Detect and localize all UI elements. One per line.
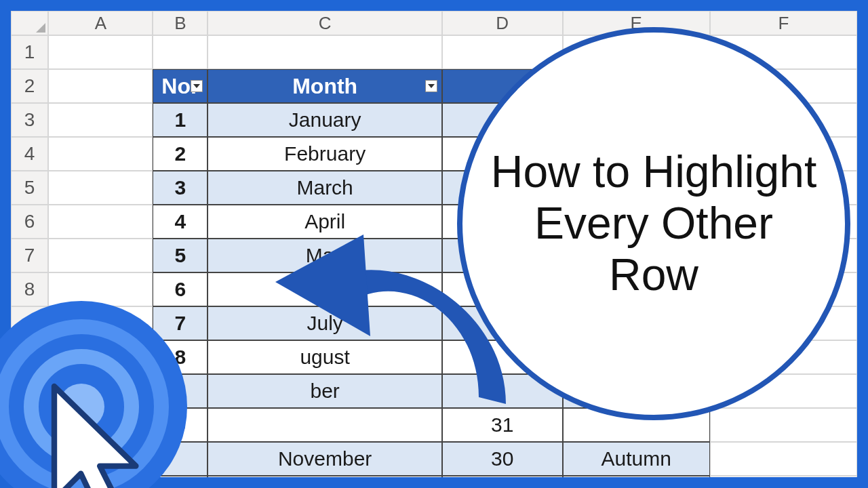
row-header[interactable]: 4 — [11, 137, 48, 171]
cell-month[interactable]: November — [208, 442, 441, 476]
cell-month[interactable]: ugust — [208, 340, 441, 374]
cell[interactable] — [208, 35, 441, 69]
cell-days[interactable]: 31 — [442, 476, 563, 477]
brand-cursor-logo-icon — [0, 298, 190, 488]
column-header-row: A B C D E F — [11, 11, 857, 35]
cell-month[interactable]: January — [208, 103, 441, 137]
table-header-month[interactable]: Month — [208, 69, 441, 103]
filter-icon[interactable] — [191, 80, 203, 92]
cell-no[interactable]: 1 — [153, 103, 208, 137]
cell[interactable] — [710, 408, 857, 442]
cell-no[interactable]: 4 — [153, 205, 208, 239]
table-header-no[interactable]: No. — [153, 69, 208, 103]
cell-month[interactable] — [208, 408, 441, 442]
cell-month[interactable]: ber — [208, 374, 441, 408]
col-header-B[interactable]: B — [153, 11, 208, 35]
cell[interactable] — [48, 137, 153, 171]
row-header[interactable]: 7 — [11, 239, 48, 272]
col-header-F[interactable]: F — [710, 11, 857, 35]
callout-text: How to Highlight Every Other Row — [462, 146, 845, 301]
title-callout: How to Highlight Every Other Row — [457, 27, 850, 420]
cell-month[interactable]: April — [208, 205, 441, 239]
cell-month[interactable]: May — [208, 239, 441, 272]
cell-season[interactable]: Autumn — [563, 442, 710, 476]
row-header[interactable]: 6 — [11, 205, 48, 239]
cell[interactable] — [48, 35, 153, 69]
cell-month[interactable]: February — [208, 137, 441, 171]
cell-month[interactable]: June — [208, 272, 441, 306]
cell-month[interactable]: December — [208, 476, 441, 477]
cell[interactable] — [48, 103, 153, 137]
col-header-A[interactable]: A — [48, 11, 153, 35]
cell[interactable] — [48, 69, 153, 103]
row-header[interactable]: 1 — [11, 35, 48, 69]
cell[interactable] — [48, 239, 153, 272]
cell-no[interactable]: 3 — [153, 171, 208, 205]
row-header[interactable]: 3 — [11, 103, 48, 137]
row-header[interactable]: 5 — [11, 171, 48, 205]
thumbnail-frame: A B C D E F 1 2 No — [0, 0, 868, 488]
cell-days[interactable]: 30 — [442, 442, 563, 476]
cell[interactable] — [48, 205, 153, 239]
select-all-corner[interactable] — [11, 11, 48, 35]
cell-season[interactable]: Winter — [563, 476, 710, 477]
cell-month[interactable]: July — [208, 306, 441, 340]
cell[interactable] — [48, 171, 153, 205]
filter-icon[interactable] — [425, 80, 437, 92]
cell-month[interactable]: March — [208, 171, 441, 205]
cell[interactable] — [153, 35, 208, 69]
cell-no[interactable]: 2 — [153, 137, 208, 171]
row-header[interactable]: 2 — [11, 69, 48, 103]
col-header-D[interactable]: D — [442, 11, 563, 35]
label: Month — [292, 74, 357, 99]
cell-days[interactable]: 31 — [442, 408, 563, 442]
cell[interactable] — [710, 476, 857, 477]
cell-no[interactable]: 5 — [153, 239, 208, 272]
cell[interactable] — [710, 442, 857, 476]
col-header-C[interactable]: C — [208, 11, 442, 35]
